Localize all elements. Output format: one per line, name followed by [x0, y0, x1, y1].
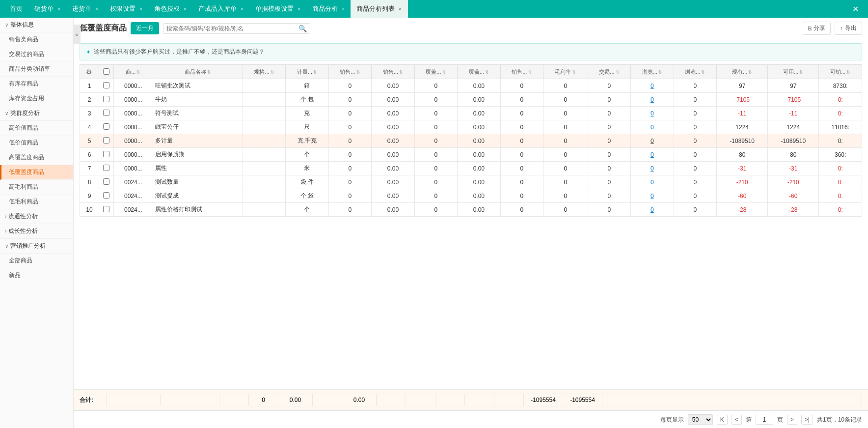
first-page-button[interactable]: K [717, 415, 728, 425]
sidebar-item-high-gross[interactable]: 高毛利商品 [0, 180, 73, 195]
row-checkbox[interactable] [103, 137, 109, 143]
row-sales-qty: 0 [328, 107, 371, 120]
nav-stock-in[interactable]: 产成品入库单 × [192, 0, 249, 18]
next-page-button[interactable]: > [787, 415, 797, 425]
window-close-button[interactable]: ✕ [846, 0, 864, 18]
row-sales3: 0 [500, 134, 543, 148]
nav-home[interactable]: 首页 [4, 0, 28, 18]
row-checkbox[interactable] [103, 192, 109, 199]
row-view1[interactable]: 0 [631, 107, 674, 120]
table-container[interactable]: ⚙ 商...⇅ 商品名称⇅ 规格...⇅ 计量...⇅ 销售...⇅ 销售...… [74, 60, 868, 389]
nav-stock-in-close[interactable]: × [241, 6, 244, 12]
nav-roles[interactable]: 角色授权 × [148, 0, 192, 18]
row-checkbox-cell[interactable] [99, 120, 113, 134]
data-table: ⚙ 商...⇅ 商品名称⇅ 规格...⇅ 计量...⇅ 销售...⇅ 销售...… [80, 64, 862, 217]
column-sellable: 可销...⇅ [819, 65, 862, 79]
nav-sales-close[interactable]: × [57, 6, 60, 12]
sidebar-section-circulation[interactable]: › 流通性分析 [0, 209, 73, 224]
nav-purchase[interactable]: 进货单 × [66, 0, 104, 18]
row-view2: 0 [674, 148, 716, 162]
row-view1[interactable]: 0 [631, 189, 674, 203]
sidebar-item-low-gross[interactable]: 低毛利商品 [0, 195, 73, 209]
nav-purchase-close[interactable]: × [95, 6, 98, 12]
sidebar-item-stock-capital[interactable]: 库存资金占用 [0, 91, 73, 106]
row-view1[interactable]: 0 [631, 120, 674, 134]
last-page-button[interactable]: >| [801, 415, 813, 425]
sidebar-item-low-value[interactable]: 低价值商品 [0, 136, 73, 150]
row-checkbox-cell[interactable] [99, 79, 113, 93]
row-checkbox[interactable] [103, 151, 109, 157]
page-size-select[interactable]: 50 100 200 [688, 414, 713, 425]
sidebar-item-high-value[interactable]: 高价值商品 [0, 121, 73, 136]
sidebar-item-all-goods[interactable]: 全部商品 [0, 254, 73, 268]
nav-product-analysis-list-close[interactable]: × [399, 6, 402, 12]
row-trade: 0 [588, 148, 630, 162]
row-checkbox[interactable] [103, 206, 109, 212]
sidebar-section-marketing[interactable]: ∨ 营销推广分析 [0, 239, 73, 254]
nav-permissions[interactable]: 权限设置 × [104, 0, 148, 18]
filter-recent-month-button[interactable]: 近一月 [131, 22, 159, 34]
row-view1[interactable]: 0 [631, 134, 674, 148]
row-sales3: 0 [500, 107, 543, 120]
sidebar-collapse-button[interactable]: « [73, 25, 81, 44]
row-checkbox[interactable] [103, 165, 109, 171]
search-input[interactable] [166, 25, 297, 32]
prev-page-button[interactable]: < [732, 415, 742, 425]
row-checkbox-cell[interactable] [99, 175, 113, 189]
nav-roles-close[interactable]: × [184, 6, 187, 12]
nav-permissions-close[interactable]: × [139, 6, 142, 12]
sidebar-section-cluster[interactable]: ∨ 类群度分析 [0, 106, 73, 121]
row-gross-margin: 0 [543, 162, 588, 175]
nav-product-analysis-list[interactable]: 商品分析列表 × [351, 0, 407, 18]
column-settings[interactable]: ⚙ [80, 65, 99, 79]
row-checkbox[interactable] [103, 96, 109, 102]
row-sales-amt: 0.00 [372, 203, 414, 217]
row-code: 0000... [113, 134, 153, 148]
row-checkbox-cell[interactable] [99, 93, 113, 107]
row-gross-margin: 0 [543, 148, 588, 162]
sidebar-item-new-goods[interactable]: 新品 [0, 268, 73, 283]
row-checkbox-cell[interactable] [99, 162, 113, 175]
nav-template-close[interactable]: × [298, 6, 300, 12]
row-code: 0024... [113, 203, 153, 217]
sidebar-item-category-rate[interactable]: 商品分类动销率 [0, 62, 73, 77]
share-button[interactable]: ⎘ 分享 [803, 22, 831, 35]
sidebar-section-growth[interactable]: › 成长性分析 [0, 224, 73, 239]
export-button[interactable]: ↑ 导出 [835, 22, 862, 35]
row-coverage1: 0 [414, 203, 457, 217]
row-checkbox-cell[interactable] [99, 134, 113, 148]
row-checkbox-cell[interactable] [99, 148, 113, 162]
row-view1[interactable]: 0 [631, 162, 674, 175]
row-view1[interactable]: 0 [631, 203, 674, 217]
row-trade: 0 [588, 120, 630, 134]
row-view1[interactable]: 0 [631, 148, 674, 162]
row-checkbox-cell[interactable] [99, 107, 113, 120]
settings-icon[interactable]: ⚙ [86, 68, 92, 76]
sidebar-section-overview[interactable]: ∨ 整体信息 [0, 18, 73, 32]
select-all-checkbox[interactable] [103, 68, 109, 75]
row-view1[interactable]: 0 [631, 79, 674, 93]
row-sales-amt: 0.00 [372, 79, 414, 93]
column-checkbox[interactable] [99, 65, 113, 79]
sidebar-item-stock-goods[interactable]: 有库存商品 [0, 77, 73, 91]
row-sales-qty: 0 [328, 134, 371, 148]
nav-sales[interactable]: 销货单 × [28, 0, 66, 18]
nav-product-analysis-close[interactable]: × [342, 6, 345, 12]
page-number-input[interactable] [756, 415, 773, 425]
row-checkbox[interactable] [103, 178, 109, 185]
sidebar-item-sales-goods[interactable]: 销售类商品 [0, 32, 73, 47]
nav-product-analysis[interactable]: 商品分析 × [306, 0, 351, 18]
row-checkbox[interactable] [103, 110, 109, 116]
sidebar-item-high-coverage[interactable]: 高覆盖度商品 [0, 150, 73, 165]
row-checkbox-cell[interactable] [99, 203, 113, 217]
row-view1[interactable]: 0 [631, 93, 674, 107]
row-view1[interactable]: 0 [631, 175, 674, 189]
sidebar-item-low-coverage[interactable]: 低覆盖度商品 [0, 165, 73, 180]
row-trade: 0 [588, 175, 630, 189]
row-checkbox-cell[interactable] [99, 189, 113, 203]
nav-template[interactable]: 单据模板设置 × [249, 0, 306, 18]
sidebar-item-traded-goods[interactable]: 交易过的商品 [0, 47, 73, 62]
row-checkbox[interactable] [103, 82, 109, 88]
row-checkbox[interactable] [103, 123, 109, 130]
column-sales3: 销售...⇅ [500, 65, 543, 79]
